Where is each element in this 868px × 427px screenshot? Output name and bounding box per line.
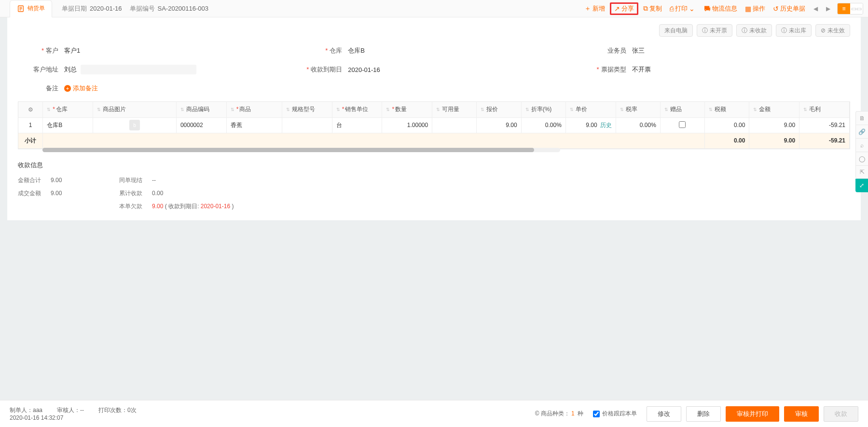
track-checkbox-input[interactable] bbox=[593, 411, 600, 417]
product-image-icon: b bbox=[129, 120, 140, 130]
print-button[interactable]: ⎙打印⌄ bbox=[667, 2, 699, 15]
row-warehouse: 仓库B bbox=[43, 117, 93, 133]
gift-checkbox[interactable] bbox=[679, 121, 686, 128]
plus-icon: ＋ bbox=[584, 4, 591, 13]
col-avail[interactable]: ⇅可用量 bbox=[432, 102, 477, 117]
footer-printcount: 打印次数：0次 bbox=[98, 406, 137, 414]
row-code: 0000002 bbox=[176, 117, 226, 133]
col-price[interactable]: ⇅单价 bbox=[565, 102, 616, 117]
table-row[interactable]: 1 仓库B b 0000002 香蕉 台 1.00000 9.00 0.00% … bbox=[18, 117, 850, 133]
link-icon: 🔗 bbox=[858, 128, 866, 135]
share-icon: ↗ bbox=[614, 5, 620, 13]
row-gift[interactable] bbox=[660, 117, 704, 133]
footer-maker: 制单人：aaa bbox=[10, 406, 42, 414]
col-qty[interactable]: ⇅*数量 bbox=[382, 102, 432, 117]
col-taxamt[interactable]: ⇅税额 bbox=[705, 102, 749, 117]
copy-button[interactable]: ⧉复制 bbox=[640, 2, 665, 15]
field-due: 收款到期日2020-01-16 bbox=[302, 65, 566, 74]
dock-user-button[interactable]: ◯ bbox=[855, 152, 868, 165]
audit-print-button[interactable]: 审核并打印 bbox=[726, 406, 779, 422]
footer-kind: © 商品种类：1 种 bbox=[535, 410, 583, 418]
row-taxamt: 0.00 bbox=[705, 117, 749, 133]
field-note: 备注+添加备注 bbox=[18, 84, 282, 93]
field-sales: 业务员张三 bbox=[586, 46, 850, 55]
horizontal-scrollbar[interactable] bbox=[42, 148, 560, 152]
history-button[interactable]: ↺历史单据 bbox=[770, 2, 808, 15]
col-amount[interactable]: ⇅金额 bbox=[749, 102, 799, 117]
note-icon: 🗎 bbox=[859, 115, 865, 122]
col-img[interactable]: ⇅商品图片 bbox=[93, 102, 176, 117]
col-quote[interactable]: ⇅报价 bbox=[477, 102, 521, 117]
total-amount: 金额合计9.00 bbox=[18, 176, 105, 185]
subtotal-label: 小计 bbox=[18, 133, 43, 148]
new-button[interactable]: ＋新增 bbox=[581, 2, 608, 15]
copyright-icon: © bbox=[535, 410, 539, 417]
field-address: 客户地址刘总 bbox=[18, 65, 282, 74]
doc-no: 单据编号SA-20200116-003 bbox=[130, 4, 209, 13]
warn-icon: ⊘ bbox=[821, 27, 826, 34]
col-warehouse[interactable]: ⇅*仓库 bbox=[43, 102, 93, 117]
dock-export-button[interactable]: ⇱ bbox=[855, 165, 868, 179]
col-gift[interactable]: ⇅赠品 bbox=[660, 102, 704, 117]
col-unit[interactable]: ⇅*销售单位 bbox=[332, 102, 382, 117]
doc-date: 单据日期2020-01-16 bbox=[62, 4, 122, 13]
subtotal-taxamt: 0.00 bbox=[705, 133, 749, 148]
uninvoiced-pill: ⓘ未开票 bbox=[697, 24, 732, 37]
tab-label: 销货单 bbox=[28, 4, 45, 13]
col-spec[interactable]: ⇅规格型号 bbox=[282, 102, 332, 117]
gear-icon: ⚙ bbox=[28, 106, 33, 113]
grid-icon: ▦ bbox=[745, 5, 751, 13]
col-profit[interactable]: ⇅毛利 bbox=[799, 102, 850, 117]
info-icon: ⓘ bbox=[742, 27, 747, 35]
col-discount[interactable]: ⇅折率(%) bbox=[521, 102, 565, 117]
dock-link-button[interactable]: 🔗 bbox=[855, 125, 868, 138]
history-icon: ↺ bbox=[773, 5, 779, 13]
view-list-button[interactable]: ≡ bbox=[838, 3, 850, 14]
dock-note-button[interactable]: 🗎 bbox=[855, 111, 868, 125]
field-invoice: 票据类型不开票 bbox=[586, 65, 850, 74]
share-button[interactable]: ↗分享 bbox=[610, 2, 638, 15]
modify-button[interactable]: 修改 bbox=[647, 406, 681, 422]
row-profit: -59.21 bbox=[799, 117, 850, 133]
export-icon: ⇱ bbox=[860, 169, 865, 175]
operate-button[interactable]: ▦操作 bbox=[742, 2, 768, 15]
col-product[interactable]: ⇅*商品 bbox=[226, 102, 282, 117]
row-price: 9.00历史 bbox=[565, 117, 616, 133]
payment-section-title: 收款信息 bbox=[18, 161, 850, 170]
row-avail bbox=[432, 117, 477, 133]
row-index: 1 bbox=[18, 117, 43, 133]
price-history-link[interactable]: 历史 bbox=[600, 122, 612, 128]
next-button[interactable]: ▶ bbox=[823, 3, 833, 14]
field-warehouse: 仓库仓库B bbox=[302, 46, 566, 55]
row-tax: 0.00% bbox=[616, 117, 660, 133]
view-card-button[interactable]: ▭▭ bbox=[850, 3, 863, 14]
row-product: 香蕉 bbox=[226, 117, 282, 133]
dock-expand-button[interactable]: ⤢ bbox=[855, 179, 868, 192]
footer-timestamp: 2020-01-16 14:32:07 bbox=[10, 414, 137, 422]
unshipped-pill: ⓘ未出库 bbox=[776, 24, 812, 37]
audit-button[interactable]: 审核 bbox=[784, 406, 819, 422]
col-tax[interactable]: ⇅税率 bbox=[616, 102, 660, 117]
delete-button[interactable]: 删除 bbox=[686, 406, 721, 422]
user-icon: ◯ bbox=[859, 156, 865, 162]
row-unit: 台 bbox=[332, 117, 382, 133]
price-track-checkbox[interactable]: 价格跟踪本单 bbox=[593, 410, 637, 418]
subtotal-amount: 9.00 bbox=[749, 133, 799, 148]
sales-order-icon bbox=[17, 5, 25, 13]
source-pill: 来自电脑 bbox=[659, 24, 693, 37]
info-icon: ⓘ bbox=[702, 27, 708, 35]
col-code[interactable]: ⇅商品编码 bbox=[176, 102, 226, 117]
redacted-area bbox=[81, 65, 196, 74]
tab-sales-order[interactable]: 销货单 bbox=[10, 0, 52, 17]
deal-amount: 成交金额9.00 bbox=[18, 189, 105, 198]
subtotal-profit: -59.21 bbox=[799, 133, 850, 148]
prev-button[interactable]: ◀ bbox=[810, 3, 821, 14]
add-note-button[interactable]: +添加备注 bbox=[64, 84, 98, 93]
gear-column[interactable]: ⚙ bbox=[18, 102, 43, 117]
row-amount: 9.00 bbox=[749, 117, 799, 133]
dock-scan-button[interactable]: ⌕ bbox=[855, 138, 868, 152]
expand-icon: ⤢ bbox=[859, 182, 864, 189]
row-qty: 1.00000 bbox=[382, 117, 432, 133]
logistics-button[interactable]: ⛟物流信息 bbox=[701, 2, 740, 15]
owed-amount: 本单欠款9.00 ( 收款到期日: 2020-01-16 ) bbox=[119, 202, 254, 211]
